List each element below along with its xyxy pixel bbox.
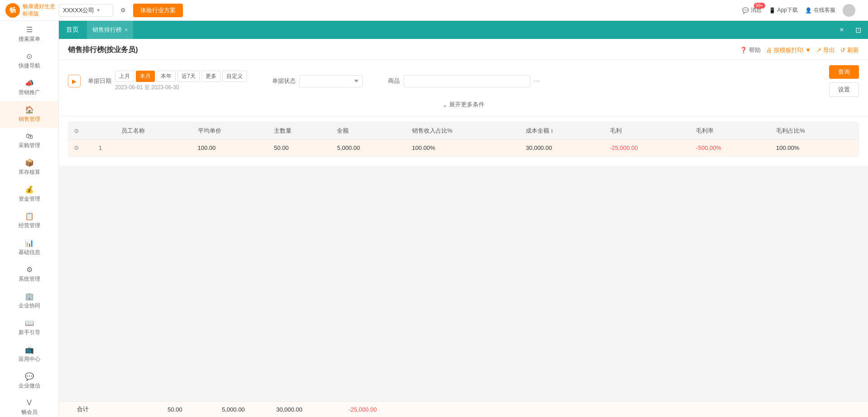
wechat-icon: 💬 — [25, 372, 34, 381]
sidebar-item-label: 资金管理 — [19, 195, 40, 203]
date-prev-month-btn[interactable]: 上月 — [115, 71, 134, 82]
footer-label: 合计 — [77, 405, 168, 413]
col-cost: 成本全额 ℹ — [520, 122, 604, 140]
date-more-btn[interactable]: 更多 — [201, 71, 221, 82]
row-qty: 50.00 — [269, 140, 332, 156]
sidebar-item-collab[interactable]: 🏢企业协同 — [0, 288, 58, 314]
topbar-settings-button[interactable]: ⚙ — [117, 4, 129, 17]
date-year-btn[interactable]: 本年 — [157, 71, 176, 82]
expand-more-btn[interactable]: ⌄ 展开更多条件 — [442, 101, 484, 109]
row-cost: 30,000.00 — [520, 140, 604, 156]
date-7day-btn[interactable]: 近7天 — [177, 71, 200, 82]
col-name: 员工名称 — [116, 122, 192, 140]
col-profit: 毛利 — [604, 122, 691, 140]
avatar[interactable] — [843, 4, 855, 17]
export-button[interactable]: ↗ 导出 — [816, 46, 835, 54]
col-profit-rate: 毛利率 — [691, 122, 770, 140]
messages-button[interactable]: 💬 消息 99+ — [742, 6, 762, 14]
help-icon: ❓ — [740, 47, 747, 53]
basic-info-icon: 📊 — [25, 239, 34, 247]
filter-row: ▶ 单据日期 上月 本月 本年 近7天 — [68, 65, 859, 97]
tab-sales-ranking[interactable]: 销售排行榜 × — [87, 21, 133, 39]
table-header-row: ⚙ 员工名称 平均单价 主数量 全额 销售收入占比% 成本全额 ℹ 毛利 — [68, 122, 858, 140]
row-settings-col[interactable]: ⚙ — [68, 140, 85, 156]
logo-text: 畅康通好生意 标准版 — [23, 3, 55, 17]
trial-button[interactable]: 体验行业方案 — [133, 4, 183, 17]
footer-qty: 50.00 — [168, 406, 222, 413]
table-wrapper: ⚙ 员工名称 平均单价 主数量 全额 销售收入占比% 成本全额 ℹ 毛利 — [68, 122, 859, 157]
sidebar-item-basic-info[interactable]: 📊基础信息 — [0, 234, 58, 261]
col-qty: 主数量 — [269, 122, 332, 140]
app-center-icon: 📺 — [25, 345, 34, 354]
company-select[interactable]: XXXXX公司 ▼ — [59, 4, 113, 17]
refresh-button[interactable]: ↺ 刷新 — [840, 46, 859, 54]
row-amount: 5,000.00 — [331, 140, 406, 156]
sidebar-item-app-center[interactable]: 📺应用中心 — [0, 341, 58, 368]
tab-close-icon[interactable]: × — [125, 27, 128, 33]
content-area: 首页 销售排行榜 × × ⊡ 销售排行榜(按业务员) — [59, 21, 868, 417]
print-icon: 🖨 — [766, 47, 772, 53]
print-button[interactable]: 🖨 按模板打印 ▼ — [766, 46, 811, 54]
table-header: ⚙ 员工名称 平均单价 主数量 全额 销售收入占比% 成本全额 ℹ 毛利 — [68, 122, 858, 140]
col-settings[interactable]: ⚙ — [68, 122, 85, 140]
sidebar-item-system[interactable]: ⚙系统管理 — [0, 261, 58, 288]
online-service-button[interactable]: 👤 在线客服 — [805, 6, 835, 14]
sidebar-item-label: 采购管理 — [19, 142, 40, 149]
date-filter-label: 单据日期 — [88, 77, 111, 85]
filter-area: ▶ 单据日期 上月 本月 本年 近7天 — [59, 60, 868, 116]
tab-home[interactable]: 首页 — [59, 21, 86, 39]
inventory-icon: 📦 — [25, 158, 34, 167]
page-header-actions: ❓ 帮助 🖨 按模板打印 ▼ ↗ 导出 — [740, 46, 859, 54]
more-options-icon[interactable]: ··· — [534, 77, 540, 85]
guide-icon: 📖 — [25, 319, 34, 327]
export-icon: ↗ — [816, 47, 821, 53]
logo-area: 畅 畅康通好生意 标准版 — [5, 3, 55, 18]
help-button[interactable]: ❓ 帮助 — [740, 46, 761, 54]
status-select[interactable] — [299, 75, 363, 87]
sidebar-item-inventory[interactable]: 📦库存核算 — [0, 154, 58, 181]
date-custom-btn[interactable]: 自定义 — [222, 71, 247, 82]
date-range-text: 2023-06-01 至 2023-06-30 — [115, 84, 247, 91]
refresh-icon: ↺ — [840, 47, 845, 53]
sidebar-item-quick-nav[interactable]: ⊙快捷导航 — [0, 48, 58, 74]
goods-filter: 商品 ··· — [388, 75, 540, 87]
collab-icon: 🏢 — [25, 292, 34, 301]
goods-input[interactable] — [403, 75, 530, 87]
sidebar-item-label: 畅会员 — [21, 408, 38, 416]
query-button[interactable]: 查询 — [829, 65, 859, 79]
settings-button[interactable]: 设置 — [829, 82, 859, 97]
sidebar-item-marketing[interactable]: 📣营销推广 — [0, 74, 58, 101]
table-row: ⚙ 1 100.00 50.00 5,000.00 100.00% 30,000… — [68, 140, 858, 156]
footer-cost: 30,000.00 — [276, 406, 349, 413]
sidebar-item-purchase[interactable]: 🛍采购管理 — [0, 128, 58, 154]
status-filter-label: 单据状态 — [272, 77, 296, 85]
row-sales-pct: 100.00% — [407, 140, 521, 156]
sidebar-item-finance[interactable]: 💰资金管理 — [0, 181, 58, 207]
filter-collapse-button[interactable]: ▶ — [68, 75, 81, 87]
member-icon: V — [27, 399, 32, 407]
sidebar-item-search[interactable]: ☰搜索菜单 — [0, 21, 58, 48]
sidebar-item-label: 经营管理 — [19, 222, 40, 230]
sidebar-item-guide[interactable]: 📖新手引导 — [0, 314, 58, 341]
tab-minimize-button[interactable]: × — [835, 24, 848, 36]
sidebar-item-label: 营销推广 — [19, 89, 40, 96]
sidebar-item-sales[interactable]: 🏠销售管理 — [0, 101, 58, 128]
tab-maximize-button[interactable]: ⊡ — [852, 24, 864, 36]
sidebar-item-wechat[interactable]: 💬企业微信 — [0, 368, 58, 394]
main-area: ☰搜索菜单⊙快捷导航📣营销推广🏠销售管理🛍采购管理📦库存核算💰资金管理📋经营管理… — [0, 21, 868, 417]
date-filter: 单据日期 上月 本月 本年 近7天 更多 自定义 — [88, 71, 247, 91]
col-sales-pct: 销售收入占比% — [407, 122, 521, 140]
row-name — [116, 140, 192, 156]
message-icon: 💬 — [742, 7, 749, 14]
top-bar-right: 💬 消息 99+ 📱 App下载 👤 在线客服 — [742, 4, 863, 17]
sidebar-item-operations[interactable]: 📋经营管理 — [0, 207, 58, 234]
sidebar-item-label: 新手引导 — [19, 329, 40, 336]
row-profit-pct: 100.00% — [771, 140, 858, 156]
app-download-button[interactable]: 📱 App下载 — [769, 6, 798, 14]
sidebar-item-label: 企业微信 — [19, 382, 40, 390]
date-curr-month-btn[interactable]: 本月 — [136, 71, 155, 82]
sidebar-item-member[interactable]: V畅会员 — [0, 394, 58, 417]
filter-right-actions: 查询 设置 — [829, 65, 859, 97]
system-icon: ⚙ — [26, 265, 33, 274]
cost-info-icon[interactable]: ℹ — [551, 128, 553, 134]
